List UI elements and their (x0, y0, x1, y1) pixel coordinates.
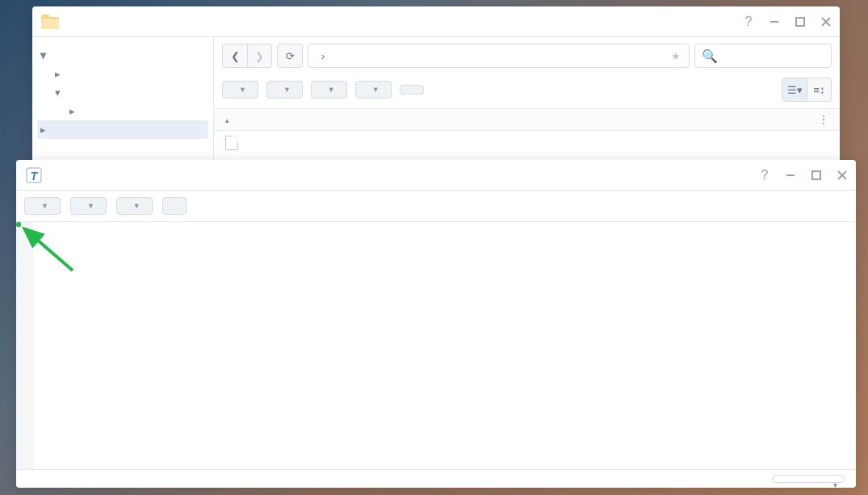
list-view-button[interactable]: ☰▾ (782, 78, 807, 101)
back-button[interactable]: ❮ (223, 44, 247, 67)
col-type[interactable] (514, 114, 651, 125)
status-bar (16, 469, 856, 488)
table-row[interactable] (214, 131, 840, 155)
help-icon[interactable]: ? (743, 16, 754, 27)
upload-button[interactable]: ▼ (266, 81, 303, 99)
text-editor-titlebar[interactable]: T ? (16, 160, 856, 191)
minimize-icon[interactable] (785, 170, 796, 181)
view-toggle: ☰▾ ≡↕ (782, 78, 832, 102)
search-menu[interactable]: ▼ (116, 197, 153, 215)
star-icon[interactable]: ★ (671, 50, 681, 62)
search-box[interactable]: 🔍 (694, 44, 832, 68)
close-icon[interactable] (820, 16, 832, 27)
action-button[interactable]: ▼ (311, 81, 347, 99)
syntax-combo[interactable] (772, 475, 845, 483)
svg-rect-4 (796, 18, 804, 26)
col-more-icon[interactable]: ⋮ (812, 114, 828, 125)
tree-item-files[interactable]: ▸ (32, 65, 213, 83)
preferences-button[interactable] (162, 197, 187, 215)
tools-button[interactable]: ▼ (355, 81, 392, 99)
file-icon (225, 136, 238, 150)
breadcrumb[interactable]: › ★ (308, 44, 690, 68)
folder-icon (40, 12, 60, 31)
maximize-icon[interactable] (795, 16, 806, 27)
col-mod[interactable] (651, 114, 812, 125)
nav-toolbar: ❮ ❯ ⟳ › ★ 🔍 (214, 37, 840, 74)
help-icon[interactable]: ? (759, 170, 770, 181)
edit-menu[interactable]: ▼ (70, 197, 107, 215)
col-size[interactable] (441, 114, 514, 125)
nav-back-forward: ❮ ❯ (222, 44, 272, 68)
text-editor-window: T ? ▼ ▼ ▼ (16, 160, 856, 488)
settings-button[interactable] (400, 85, 424, 94)
file-menu[interactable]: ▼ (24, 197, 61, 215)
col-name[interactable]: ▴ (225, 114, 441, 125)
search-input[interactable] (723, 50, 824, 62)
action-toolbar: ▼ ▼ ▼ ▼ ☰▾ ≡↕ (214, 74, 840, 108)
text-editor-icon: T (24, 166, 44, 185)
tree-root[interactable]: ▾ (32, 45, 213, 65)
file-station-titlebar[interactable]: ? (32, 6, 840, 37)
crumb-sep: › (321, 50, 325, 62)
svg-rect-10 (812, 171, 820, 179)
maximize-icon[interactable] (811, 170, 822, 181)
create-button[interactable]: ▼ (222, 81, 258, 99)
table-header: ▴ ⋮ (214, 108, 840, 131)
search-icon: 🔍 (702, 48, 718, 64)
tree-item-recycle[interactable]: ▸ (32, 102, 213, 120)
reload-group: ⟳ (277, 44, 303, 68)
line-gutter (16, 222, 34, 469)
tree-item-pxelinuxcfg[interactable]: ▸ (37, 120, 208, 139)
reload-button[interactable]: ⟳ (278, 44, 302, 67)
editor-area[interactable] (16, 221, 856, 469)
minimize-icon[interactable] (769, 16, 780, 27)
svg-rect-2 (41, 19, 59, 29)
tree-item-pxeboot[interactable]: ▾ (32, 83, 213, 102)
svg-text:T: T (31, 170, 39, 182)
editor-toolbar: ▼ ▼ ▼ (16, 191, 856, 221)
close-icon[interactable] (837, 170, 848, 181)
sort-button[interactable]: ≡↕ (807, 78, 831, 101)
code-content[interactable] (34, 222, 856, 469)
forward-button[interactable]: ❯ (247, 44, 271, 67)
